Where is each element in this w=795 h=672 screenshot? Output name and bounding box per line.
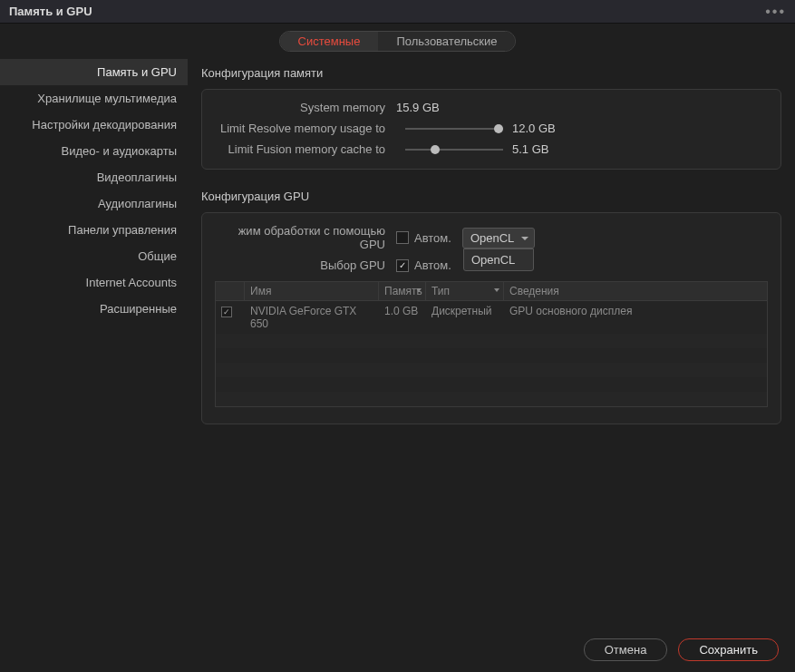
gpu-mode-dropdown-value: OpenCL bbox=[470, 231, 514, 245]
tabs-row: Системные Пользовательские bbox=[0, 24, 795, 59]
save-button[interactable]: Сохранить bbox=[678, 638, 779, 661]
footer: Отмена Сохранить bbox=[584, 638, 779, 661]
gpu-table-header: Имя Память Тип Сведения bbox=[216, 282, 767, 301]
gpu-select-auto-checkbox[interactable] bbox=[396, 259, 409, 272]
sidebar-item-control-panels[interactable]: Панели управления bbox=[0, 217, 188, 243]
gpu-mode-dropdown-menu: OpenCL bbox=[463, 248, 534, 271]
gpu-row-info: GPU основного дисплея bbox=[504, 301, 767, 334]
gpu-select-auto-label: Автом. bbox=[414, 258, 451, 272]
gpu-row-checkbox[interactable] bbox=[221, 307, 232, 317]
chevron-down-icon bbox=[494, 288, 499, 292]
titlebar: Память и GPU ••• bbox=[0, 0, 795, 24]
sidebar-item-media-storage[interactable]: Хранилище мультимедиа bbox=[0, 85, 188, 112]
tab-group: Системные Пользовательские bbox=[279, 31, 517, 52]
gpu-mode-label: жим обработки с помощью GPU bbox=[215, 224, 396, 251]
chevron-down-icon bbox=[416, 288, 422, 292]
sidebar: Память и GPU Хранилище мультимедиа Настр… bbox=[0, 59, 188, 437]
gpu-col-info[interactable]: Сведения bbox=[504, 282, 767, 300]
gpu-section-title: Конфигурация GPU bbox=[201, 182, 781, 212]
memory-section-title: Конфигурация памяти bbox=[201, 59, 781, 89]
sidebar-item-general[interactable]: Общие bbox=[0, 243, 188, 269]
gpu-row-type: Дискретный bbox=[426, 301, 504, 334]
tab-user[interactable]: Пользовательские bbox=[378, 32, 515, 51]
gpu-col-check[interactable] bbox=[216, 282, 245, 300]
gpu-col-type[interactable]: Тип bbox=[426, 282, 504, 300]
sidebar-item-av-cards[interactable]: Видео- и аудиокарты bbox=[0, 138, 188, 164]
sidebar-item-memory-gpu[interactable]: Память и GPU bbox=[0, 59, 188, 85]
window-title: Память и GPU bbox=[9, 5, 92, 18]
gpu-mode-auto-checkbox[interactable] bbox=[396, 231, 409, 244]
cancel-button[interactable]: Отмена bbox=[584, 638, 668, 661]
sidebar-item-internet-accounts[interactable]: Internet Accounts bbox=[0, 269, 188, 296]
gpu-empty-row bbox=[216, 334, 767, 348]
gpu-mode-auto-label: Автом. bbox=[414, 231, 451, 245]
gpu-select-label: Выбор GPU bbox=[215, 258, 396, 272]
system-memory-value: 15.9 GB bbox=[396, 101, 440, 114]
fusion-cache-value: 5.1 GB bbox=[512, 142, 548, 156]
gpu-table: Имя Память Тип Сведения NVIDIA GeForce G… bbox=[215, 281, 768, 407]
gpu-mode-dropdown[interactable]: OpenCL OpenCL bbox=[462, 228, 535, 248]
gpu-col-memory[interactable]: Память bbox=[379, 282, 426, 300]
system-memory-label: System memory bbox=[215, 101, 396, 114]
resolve-limit-slider[interactable] bbox=[405, 128, 503, 130]
gpu-panel: жим обработки с помощью GPU Автом. OpenC… bbox=[201, 212, 781, 424]
content: Конфигурация памяти System memory 15.9 G… bbox=[188, 59, 795, 437]
tab-system[interactable]: Системные bbox=[280, 32, 379, 51]
gpu-table-row[interactable]: NVIDIA GeForce GTX 650 1.0 GB Дискретный… bbox=[216, 301, 767, 334]
fusion-cache-slider[interactable] bbox=[405, 149, 503, 151]
gpu-empty-row bbox=[216, 392, 767, 406]
gpu-col-name[interactable]: Имя bbox=[245, 282, 379, 300]
gpu-mode-option-opencl[interactable]: OpenCL bbox=[464, 249, 533, 270]
gpu-row-memory: 1.0 GB bbox=[379, 301, 426, 334]
memory-panel: System memory 15.9 GB Limit Resolve memo… bbox=[201, 89, 781, 170]
resolve-limit-value: 12.0 GB bbox=[512, 122, 556, 135]
gpu-empty-row bbox=[216, 363, 767, 377]
sidebar-item-advanced[interactable]: Расширенные bbox=[0, 296, 188, 322]
resolve-limit-label: Limit Resolve memory usage to bbox=[215, 122, 396, 135]
overflow-menu-icon[interactable]: ••• bbox=[765, 4, 786, 20]
gpu-empty-row bbox=[216, 348, 767, 363]
sidebar-item-decode[interactable]: Настройки декодирования bbox=[0, 112, 188, 138]
gpu-row-name: NVIDIA GeForce GTX 650 bbox=[245, 301, 379, 334]
sidebar-item-video-plugins[interactable]: Видеоплагины bbox=[0, 164, 188, 190]
fusion-cache-label: Limit Fusion memory cache to bbox=[215, 142, 396, 156]
sidebar-item-audio-plugins[interactable]: Аудиоплагины bbox=[0, 190, 188, 217]
gpu-empty-row bbox=[216, 377, 767, 392]
